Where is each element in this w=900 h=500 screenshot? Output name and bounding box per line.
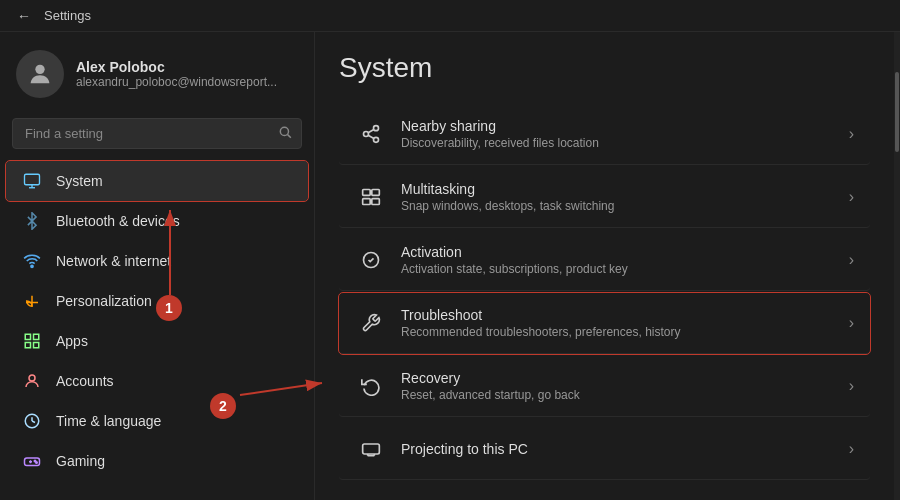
title-bar: ← Settings [0, 0, 900, 32]
content-area: System Nearby sharing Discoverability, r… [315, 32, 894, 500]
svg-rect-26 [363, 190, 371, 196]
user-profile[interactable]: Alex Poloboc alexandru_poloboc@windowsre… [0, 42, 314, 114]
sidebar-item-personalization[interactable]: Personalization [6, 281, 308, 321]
sidebar-item-apps[interactable]: Apps [6, 321, 308, 361]
sidebar-item-label: Gaming [56, 453, 105, 469]
setting-title-troubleshoot: Troubleshoot [401, 307, 849, 323]
scrollbar-track[interactable] [894, 32, 900, 500]
network-icon [22, 251, 42, 271]
svg-rect-29 [372, 199, 380, 205]
chevron-right-icon: › [849, 188, 854, 206]
setting-item-projecting[interactable]: Projecting to this PC › [339, 419, 870, 480]
chevron-right-icon: › [849, 440, 854, 458]
sidebar-item-system[interactable]: System [6, 161, 308, 201]
chevron-right-icon: › [849, 125, 854, 143]
setting-text-activation: Activation Activation state, subscriptio… [401, 244, 849, 276]
svg-point-22 [364, 132, 369, 137]
setting-desc-activation: Activation state, subscriptions, product… [401, 262, 849, 276]
nearby-sharing-icon [355, 118, 387, 150]
svg-point-23 [374, 137, 379, 142]
setting-item-recovery[interactable]: Recovery Reset, advanced startup, go bac… [339, 356, 870, 417]
sidebar-item-accounts[interactable]: Accounts [6, 361, 308, 401]
svg-point-6 [31, 265, 33, 267]
nav-items: System Bluetooth & devices Network & int… [0, 161, 314, 481]
sidebar-item-label: Accounts [56, 373, 114, 389]
time-icon [22, 411, 42, 431]
activation-icon [355, 244, 387, 276]
sidebar-item-label: Apps [56, 333, 88, 349]
title-bar-title: Settings [44, 8, 91, 23]
svg-point-21 [374, 126, 379, 131]
sidebar-item-label: Personalization [56, 293, 152, 309]
system-icon [22, 171, 42, 191]
setting-desc-troubleshoot: Recommended troubleshooters, preferences… [401, 325, 849, 339]
setting-item-nearby-sharing[interactable]: Nearby sharing Discoverability, received… [339, 104, 870, 165]
svg-point-20 [36, 462, 38, 464]
settings-list: Nearby sharing Discoverability, received… [339, 104, 870, 480]
troubleshoot-icon [355, 307, 387, 339]
setting-item-activation[interactable]: Activation Activation state, subscriptio… [339, 230, 870, 291]
setting-item-troubleshoot[interactable]: Troubleshoot Recommended troubleshooters… [339, 293, 870, 354]
gaming-icon [22, 451, 42, 471]
sidebar-item-bluetooth[interactable]: Bluetooth & devices [6, 201, 308, 241]
projecting-icon [355, 433, 387, 465]
setting-text-troubleshoot: Troubleshoot Recommended troubleshooters… [401, 307, 849, 339]
setting-title-projecting: Projecting to this PC [401, 441, 849, 457]
user-email: alexandru_poloboc@windowsreport... [76, 75, 277, 89]
setting-desc-multitasking: Snap windows, desktops, task switching [401, 199, 849, 213]
svg-line-25 [368, 129, 374, 132]
recovery-icon [355, 370, 387, 402]
sidebar-item-label: Time & language [56, 413, 161, 429]
svg-point-0 [35, 65, 44, 74]
chevron-right-icon: › [849, 314, 854, 332]
setting-text-recovery: Recovery Reset, advanced startup, go bac… [401, 370, 849, 402]
svg-line-15 [32, 421, 35, 423]
setting-title-nearby-sharing: Nearby sharing [401, 118, 849, 134]
setting-desc-recovery: Reset, advanced startup, go back [401, 388, 849, 402]
svg-line-2 [288, 135, 291, 138]
accounts-icon [22, 371, 42, 391]
search-box[interactable] [12, 118, 302, 149]
svg-rect-8 [25, 334, 30, 339]
sidebar: Alex Poloboc alexandru_poloboc@windowsre… [0, 32, 315, 500]
svg-rect-28 [363, 199, 371, 205]
chevron-right-icon: › [849, 377, 854, 395]
setting-title-recovery: Recovery [401, 370, 849, 386]
setting-text-multitasking: Multitasking Snap windows, desktops, tas… [401, 181, 849, 213]
chevron-right-icon: › [849, 251, 854, 269]
personalization-icon [22, 291, 42, 311]
search-icon [278, 125, 292, 142]
user-info: Alex Poloboc alexandru_poloboc@windowsre… [76, 59, 277, 89]
setting-item-multitasking[interactable]: Multitasking Snap windows, desktops, tas… [339, 167, 870, 228]
setting-text-nearby-sharing: Nearby sharing Discoverability, received… [401, 118, 849, 150]
svg-rect-10 [25, 343, 30, 348]
apps-icon [22, 331, 42, 351]
svg-line-24 [368, 135, 374, 138]
bluetooth-icon [22, 211, 42, 231]
setting-title-multitasking: Multitasking [401, 181, 849, 197]
multitasking-icon [355, 181, 387, 213]
sidebar-item-network[interactable]: Network & internet [6, 241, 308, 281]
main-layout: Alex Poloboc alexandru_poloboc@windowsre… [0, 32, 900, 500]
user-name: Alex Poloboc [76, 59, 277, 75]
svg-rect-9 [34, 334, 39, 339]
content-title: System [339, 52, 870, 84]
sidebar-item-label: Network & internet [56, 253, 171, 269]
search-input[interactable] [12, 118, 302, 149]
scrollbar-thumb [895, 72, 899, 152]
setting-desc-nearby-sharing: Discoverability, received files location [401, 136, 849, 150]
svg-point-1 [280, 127, 288, 135]
svg-rect-11 [34, 343, 39, 348]
svg-point-12 [29, 375, 35, 381]
svg-rect-3 [25, 174, 40, 185]
avatar [16, 50, 64, 98]
sidebar-item-label: System [56, 173, 103, 189]
sidebar-item-gaming[interactable]: Gaming [6, 441, 308, 481]
setting-title-activation: Activation [401, 244, 849, 260]
sidebar-item-label: Bluetooth & devices [56, 213, 180, 229]
svg-rect-27 [372, 190, 380, 196]
setting-text-projecting: Projecting to this PC [401, 441, 849, 457]
sidebar-item-time[interactable]: Time & language [6, 401, 308, 441]
svg-rect-31 [363, 444, 380, 454]
back-button[interactable]: ← [12, 4, 36, 28]
